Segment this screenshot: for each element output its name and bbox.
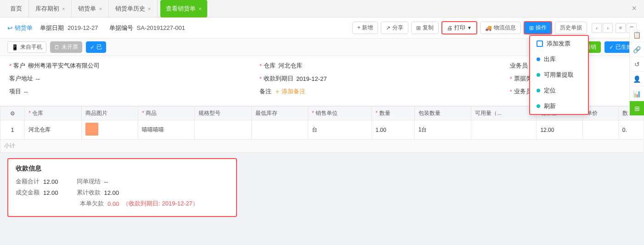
share-button[interactable]: ↗ 分享 (381, 22, 408, 34)
operate-button[interactable]: ⊞ 操作 (524, 21, 552, 34)
prev-arrow[interactable]: ‹ (592, 23, 602, 33)
invoice-icon: 🗒 (54, 44, 60, 51)
this-order-due-value: 0.00 (107, 200, 119, 207)
row-extra: 0. (618, 120, 644, 140)
remark-field: 备注 ＋ 添加备注 (260, 87, 384, 96)
col-product: 商品 (138, 107, 194, 120)
total-label: 金额合计 (16, 177, 40, 186)
ticket-type-label: * (510, 75, 512, 82)
warehouse-value: 河北仓库 (278, 62, 302, 70)
copy-button[interactable]: ⊞ 复制 (411, 22, 439, 34)
col-pack-qty: 包装数量 (414, 107, 471, 120)
total-amount-item: 金额合计 12.00 (16, 177, 58, 186)
col-unit: 销售单位 (308, 107, 372, 120)
col-min-stock: 最低库存 (251, 107, 308, 120)
same-order-item: 同单现结 -- (77, 177, 108, 186)
tab-inventory[interactable]: 库存期初 × (29, 0, 72, 17)
number-value: SA-20191227-001 (137, 24, 186, 31)
tab-sales[interactable]: 销货单 × (72, 0, 108, 17)
warehouse-label-text: 仓库 (264, 62, 276, 70)
project-field: 项目 -- (9, 87, 134, 96)
row-price (583, 120, 619, 140)
row-available (471, 120, 537, 140)
due-date-note: （收款到期日: 2019-12-27） (123, 199, 198, 208)
tab-history-close[interactable]: × (148, 6, 151, 11)
sidebar-icon-refresh[interactable]: ↺ (630, 57, 644, 72)
available-qty-icon (537, 73, 540, 77)
col-settings[interactable]: ⚙ (0, 107, 25, 120)
customer-label-text: 客户 (13, 62, 25, 70)
same-order-value: -- (104, 178, 108, 185)
logistics-button[interactable]: 🚚 物流信息 (480, 22, 521, 34)
dropdown-available-qty[interactable]: 可用量提取 (530, 67, 588, 83)
done-btn[interactable]: ✓ 已 (86, 41, 106, 53)
address-label-text: 客户地址 (9, 74, 33, 83)
sidebar-icon-link[interactable]: 🔗 (630, 42, 644, 57)
doc-type-label: 销货单 (15, 24, 33, 32)
tab-view-sales[interactable]: 查看销货单 × (160, 0, 207, 17)
tab-bar-close[interactable]: × (628, 4, 640, 13)
from-phone-btn[interactable]: 📱 来自手机 (7, 41, 46, 53)
total-value: 12.00 (43, 178, 58, 185)
deal-amount-value: 12.00 (43, 189, 58, 196)
row-product: 嘻嘻嘻嘻 (138, 120, 194, 140)
tab-home[interactable]: 首页 (4, 0, 29, 17)
print-button[interactable]: 🖨 打印 ▼ (441, 21, 477, 34)
doc-header-wrapper: ↩ 销货单 单据日期 2019-12-27 单据编号 SA-20191227-0… (0, 17, 644, 56)
tab-bar: 首页 库存期初 × 销货单 × 销货单历史 × 查看销货单 × × (0, 0, 644, 17)
col-qty: 数量 (372, 107, 414, 120)
cumulative-label: 累计收款 (77, 188, 101, 197)
toolbar-row: + 新增 ↗ 分享 ⊞ 复制 🖨 打印 ▼ 🚚 物流信息 ⊞ 操作 (352, 21, 637, 34)
add-invoice-icon (537, 40, 543, 47)
dropdown-locate[interactable]: 定位 (530, 83, 588, 98)
customer-value: 柳州粤港平安气体有限公司 (28, 62, 100, 70)
refresh-icon (537, 104, 540, 108)
effective-icon: ✓ (609, 44, 614, 51)
row-qty: 1.00 (372, 120, 414, 140)
tab-sales-close[interactable]: × (99, 6, 102, 11)
row-warehouse: 河北仓库 (25, 120, 81, 140)
list-view-btn[interactable]: ≡ (616, 23, 626, 33)
outbound-icon (537, 57, 540, 61)
due-date-field: * 收款到期日 2019-12-27 (260, 74, 384, 83)
payment-info-title: 收款信息 (16, 165, 229, 173)
due-date-label-text: 收款到期日 (264, 74, 294, 83)
number-label: 单据编号 (109, 24, 133, 32)
info-row-1: 金额合计 12.00 同单现结 -- (16, 177, 229, 186)
print-dropdown-arrow: ▼ (467, 25, 472, 30)
address-field: 客户地址 -- (9, 74, 134, 83)
sidebar-icon-clipboard[interactable]: 📋 (630, 28, 644, 42)
next-arrow[interactable]: › (603, 23, 613, 33)
doc-meta: 单据日期 2019-12-27 单据编号 SA-20191227-001 (40, 24, 185, 32)
deal-amount-item: 成交金额 12.00 (16, 188, 58, 197)
add-remark-btn[interactable]: ＋ 添加备注 (274, 87, 306, 96)
subtotal-label: 小计 (0, 140, 644, 153)
not-opened-btn[interactable]: 🗒 未开票 (50, 41, 82, 53)
new-button[interactable]: + 新增 (352, 22, 378, 34)
info-row-2: 成交金额 12.00 累计收款 12.00 (16, 188, 229, 197)
doc-type: ↩ 销货单 (7, 24, 33, 32)
tab-history[interactable]: 销货单历史 × (109, 0, 158, 17)
tab-inventory-close[interactable]: × (62, 6, 65, 11)
dropdown-refresh[interactable]: 刷新 (530, 98, 588, 114)
due-date-label: * (260, 75, 262, 82)
dropdown-add-invoice[interactable]: 添加发票 (530, 36, 588, 51)
share-icon: ↗ (386, 25, 390, 31)
sidebar-icon-user[interactable]: 👤 (630, 72, 644, 86)
copy-icon: ⊞ (416, 25, 421, 31)
col-warehouse: 仓库 (25, 107, 81, 120)
logistics-icon: 🚚 (485, 25, 492, 31)
history-button[interactable]: 历史单据 (555, 22, 587, 34)
operate-icon: ⊞ (529, 25, 534, 31)
check-icon: ✓ (90, 44, 95, 51)
sidebar-icon-expand[interactable]: ⊞ (630, 101, 644, 116)
tab-view-sales-close[interactable]: × (198, 6, 201, 11)
payment-info-box: 收款信息 金额合计 12.00 同单现结 -- 成交金额 12.00 累计收款 … (7, 158, 237, 217)
dropdown-outbound[interactable]: 出库 (530, 51, 588, 67)
col-available: 可用量（... (471, 107, 537, 120)
project-value: -- (24, 88, 28, 95)
row-unit: 台 (308, 120, 372, 140)
sidebar-icon-chart[interactable]: 📊 (630, 86, 644, 101)
row-product-img (81, 120, 138, 140)
this-order-due-label: 本单欠款 (80, 199, 104, 208)
